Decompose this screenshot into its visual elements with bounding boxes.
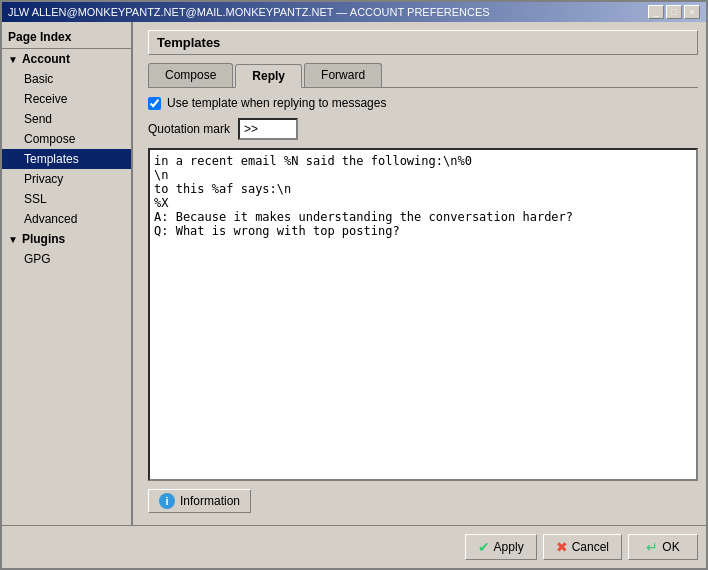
sidebar-item-ssl[interactable]: SSL: [2, 189, 131, 209]
page-index-label: Page Index: [2, 26, 131, 49]
quotation-mark-label: Quotation mark: [148, 122, 230, 136]
window-title: JLW ALLEN@MONKEYPANTZ.NET@MAIL.MONKEYPAN…: [8, 6, 490, 18]
apply-label: Apply: [494, 540, 524, 554]
panel-title: Templates: [148, 30, 698, 55]
minimize-button[interactable]: _: [648, 5, 664, 19]
title-bar-buttons: _ □ ×: [648, 5, 700, 19]
sidebar: Page Index ▼ Account Basic Receive Send …: [2, 22, 132, 525]
right-panel: Templates Compose Reply Forward Use temp…: [140, 22, 706, 525]
sidebar-item-compose[interactable]: Compose: [2, 129, 131, 149]
ok-button[interactable]: ↵ OK: [628, 534, 698, 560]
tab-reply[interactable]: Reply: [235, 64, 302, 88]
main-window: JLW ALLEN@MONKEYPANTZ.NET@MAIL.MONKEYPAN…: [0, 0, 708, 570]
apply-button[interactable]: ✔ Apply: [465, 534, 537, 560]
main-content: Page Index ▼ Account Basic Receive Send …: [2, 22, 706, 525]
ok-label: OK: [662, 540, 679, 554]
sidebar-item-privacy[interactable]: Privacy: [2, 169, 131, 189]
sidebar-item-templates[interactable]: Templates: [2, 149, 131, 169]
sidebar-item-basic[interactable]: Basic: [2, 69, 131, 89]
close-button[interactable]: ×: [684, 5, 700, 19]
sidebar-plugins-label: Plugins: [22, 232, 65, 246]
ok-icon: ↵: [646, 539, 658, 555]
information-button[interactable]: i Information: [148, 489, 251, 513]
cancel-label: Cancel: [572, 540, 609, 554]
bottom-bar: ✔ Apply ✖ Cancel ↵ OK: [2, 525, 706, 568]
tab-compose[interactable]: Compose: [148, 63, 233, 87]
use-template-checkbox[interactable]: [148, 97, 161, 110]
resize-handle[interactable]: [132, 22, 140, 525]
tab-forward[interactable]: Forward: [304, 63, 382, 87]
cancel-button[interactable]: ✖ Cancel: [543, 534, 622, 560]
quotation-mark-row: Quotation mark: [148, 118, 698, 140]
sidebar-item-advanced[interactable]: Advanced: [2, 209, 131, 229]
use-template-label: Use template when replying to messages: [167, 96, 386, 110]
info-bar: i Information: [148, 489, 698, 513]
use-template-row: Use template when replying to messages: [148, 96, 698, 110]
template-textarea[interactable]: in a recent email %N said the following:…: [148, 148, 698, 481]
sidebar-section-account[interactable]: ▼ Account: [2, 49, 131, 69]
info-icon: i: [159, 493, 175, 509]
sidebar-item-gpg[interactable]: GPG: [2, 249, 131, 269]
sidebar-item-receive[interactable]: Receive: [2, 89, 131, 109]
account-arrow-icon: ▼: [8, 54, 18, 65]
plugins-arrow-icon: ▼: [8, 234, 18, 245]
information-label: Information: [180, 494, 240, 508]
tabs: Compose Reply Forward: [148, 63, 698, 88]
title-bar: JLW ALLEN@MONKEYPANTZ.NET@MAIL.MONKEYPAN…: [2, 2, 706, 22]
sidebar-item-send[interactable]: Send: [2, 109, 131, 129]
sidebar-section-plugins[interactable]: ▼ Plugins: [2, 229, 131, 249]
maximize-button[interactable]: □: [666, 5, 682, 19]
sidebar-account-label: Account: [22, 52, 70, 66]
cancel-icon: ✖: [556, 539, 568, 555]
apply-icon: ✔: [478, 539, 490, 555]
quotation-mark-input[interactable]: [238, 118, 298, 140]
